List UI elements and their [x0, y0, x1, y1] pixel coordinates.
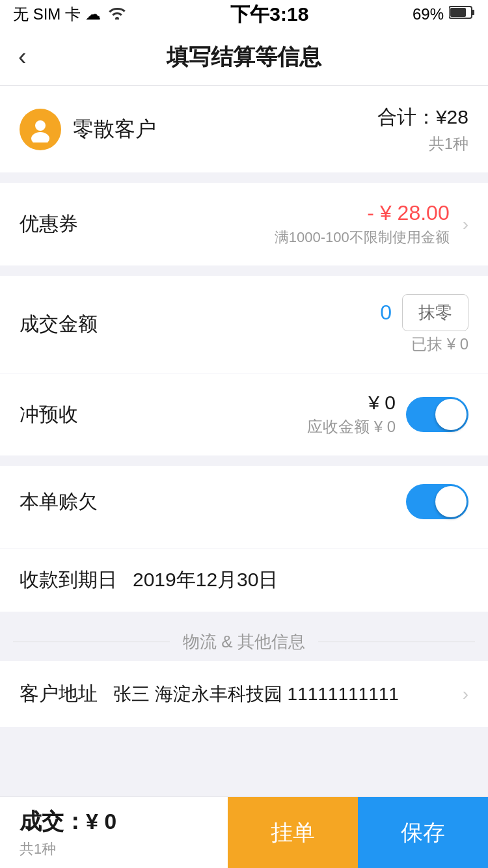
due-date-label: 收款到期日: [20, 567, 117, 593]
sim-status: 无 SIM 卡 ☁: [13, 4, 101, 25]
chevron-right-icon: ›: [463, 214, 468, 235]
status-left: 无 SIM 卡 ☁: [13, 4, 127, 25]
round-button[interactable]: 抹零: [402, 294, 468, 331]
address-value: 张三 海淀永丰科技园 11111111111: [113, 682, 457, 707]
prepay-amounts: ¥ 0 应收金额 ¥ 0: [307, 392, 396, 437]
logistics-section: 物流 & 其他信息: [0, 622, 488, 661]
coupon-row[interactable]: 优惠券 - ¥ 28.00 满1000-100不限制使用金额 ›: [0, 183, 488, 265]
customer-name: 零散客户: [73, 115, 156, 144]
prepayment-label: 冲预收: [20, 401, 78, 428]
deal-value[interactable]: 0: [366, 301, 392, 325]
deal-amount-row: 成交金额 0 抹零 已抹 ¥ 0: [0, 276, 488, 373]
total-amount: 合计：¥28: [377, 104, 468, 131]
status-time: 下午3:18: [230, 1, 308, 28]
coupon-right: - ¥ 28.00 满1000-100不限制使用金额: [275, 201, 450, 247]
prepay-main-amount: ¥ 0: [307, 392, 396, 414]
status-bar: 无 SIM 卡 ☁ 下午3:18 69%: [0, 0, 488, 29]
coupon-section[interactable]: 优惠券 - ¥ 28.00 满1000-100不限制使用金额 ›: [0, 183, 488, 265]
due-date-row: 收款到期日 2019年12月30日: [0, 548, 488, 612]
debt-row: 本单赊欠: [0, 466, 488, 537]
address-label: 客户地址: [20, 681, 98, 707]
hold-button[interactable]: 挂单: [228, 797, 358, 869]
prepayment-row: 冲预收 ¥ 0 应收金额 ¥ 0: [0, 373, 488, 455]
coupon-desc: 满1000-100不限制使用金额: [275, 228, 450, 247]
customer-total: 合计：¥28 共1种: [377, 104, 468, 154]
coupon-amount: - ¥ 28.00: [275, 201, 450, 225]
bottom-summary: 成交：¥ 0 共1种: [0, 807, 228, 859]
bottom-deal: 成交：¥ 0: [20, 807, 208, 837]
bottom-count: 共1种: [20, 839, 208, 859]
debt-block: 本单赊欠 收款到期日 2019年12月30日: [0, 466, 488, 612]
already-rounded: 已抹 ¥ 0: [366, 334, 468, 355]
divider-right: [318, 642, 475, 642]
bottom-deal-value: ¥ 0: [86, 809, 116, 834]
bottom-deal-label: 成交：: [20, 809, 86, 834]
bottom-bar: 成交：¥ 0 共1种 挂单 保存: [0, 796, 488, 868]
deal-section: 成交金额 0 抹零 已抹 ¥ 0 冲预收 ¥ 0 应收金额 ¥ 0: [0, 276, 488, 455]
due-date-value: 2019年12月30日: [133, 567, 278, 593]
prepayment-toggle[interactable]: [406, 397, 468, 432]
back-button[interactable]: ‹: [18, 43, 27, 71]
svg-rect-1: [472, 10, 474, 15]
battery-icon: [449, 5, 475, 23]
wifi-icon: [107, 5, 127, 23]
customer-section: 零散客户 合计：¥28 共1种: [0, 86, 488, 172]
deal-right: 0 抹零 已抹 ¥ 0: [366, 294, 468, 355]
customer-row: 零散客户 合计：¥28 共1种: [0, 86, 488, 172]
debt-label: 本单赊欠: [20, 489, 98, 515]
save-button[interactable]: 保存: [358, 797, 488, 869]
avatar: [20, 109, 61, 150]
svg-point-3: [35, 120, 46, 131]
toggle-knob: [435, 399, 467, 430]
address-chevron-icon: ›: [463, 684, 468, 705]
battery-percent: 69%: [413, 5, 444, 23]
prepay-sub-amount: 应收金额 ¥ 0: [307, 416, 396, 437]
prepay-right: ¥ 0 应收金额 ¥ 0: [307, 392, 468, 437]
page-title: 填写结算等信息: [167, 42, 321, 72]
address-section[interactable]: 客户地址 张三 海淀永丰科技园 11111111111 ›: [0, 661, 488, 727]
status-right: 69%: [413, 5, 475, 23]
deal-amount-label: 成交金额: [20, 311, 98, 338]
logistics-label: 物流 & 其他信息: [183, 631, 305, 653]
svg-rect-2: [450, 8, 466, 17]
nav-bar: ‹ 填写结算等信息: [0, 29, 488, 86]
divider-left: [13, 642, 170, 642]
total-count: 共1种: [377, 133, 468, 154]
debt-toggle-knob: [435, 486, 467, 517]
svg-point-4: [31, 132, 49, 142]
debt-toggle[interactable]: [406, 484, 468, 519]
coupon-label: 优惠券: [20, 211, 78, 237]
